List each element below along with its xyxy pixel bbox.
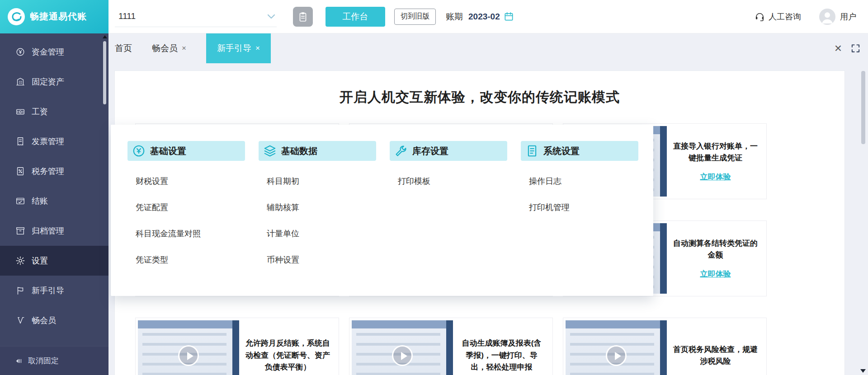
try-now-link[interactable]: 立即体验 <box>700 269 731 279</box>
video-thumbnail[interactable] <box>566 320 667 375</box>
sidebar-item-closing[interactable]: 结账 <box>0 186 108 216</box>
menu-section-header[interactable]: 基础设置 <box>127 141 245 161</box>
thumb-side-strip <box>660 126 667 197</box>
video-card: 首页税务风险检查，规避涉税风险 <box>563 318 767 375</box>
user-menu[interactable]: 用户 <box>819 9 856 25</box>
unpin-label: 取消固定 <box>28 356 59 366</box>
video-thumbnail[interactable] <box>138 320 239 375</box>
tab-bar: 首页畅会员×新手引导× × <box>108 33 868 63</box>
video-card: 自动生成账簿及报表(含季报)，一键打印、导出，轻松处理申报 <box>349 318 553 375</box>
play-button-icon[interactable] <box>392 345 413 366</box>
sidebar-item-label: 归档管理 <box>32 225 64 236</box>
menu-section-system-settings: 系统设置操作日志打印机管理 <box>521 141 638 273</box>
menu-item[interactable]: 辅助核算 <box>267 194 376 220</box>
clipboard-button[interactable] <box>293 7 313 27</box>
sidebar-item-funds[interactable]: 资金管理 <box>0 37 108 67</box>
menu-item-list: 打印模板 <box>390 168 507 194</box>
menu-item[interactable]: 凭证类型 <box>136 247 245 273</box>
company-select[interactable]: 1111 <box>115 6 277 27</box>
sidebar: 资金管理固定资产工资发票管理税务管理结账归档管理设置新手引导畅会员 取消固定 <box>0 33 108 375</box>
brand-name: 畅捷通易代账 <box>30 10 87 23</box>
banknote-icon <box>15 107 25 117</box>
support-link[interactable]: 人工咨询 <box>755 11 801 22</box>
tax-doc-icon <box>15 166 25 176</box>
sidebar-item-fixed-assets[interactable]: 固定资产 <box>0 67 108 97</box>
video-description: 允许跨月反结账，系统自动检查（凭证断号、资产负债表平衡） <box>245 338 330 373</box>
unpin-button[interactable]: 取消固定 <box>0 346 108 375</box>
workbench-button[interactable]: 工作台 <box>326 7 385 27</box>
sidebar-item-label: 发票管理 <box>32 136 64 147</box>
period-date-field[interactable]: 2023-02 <box>468 7 514 27</box>
sidebar-item-member[interactable]: 畅会员 <box>0 305 108 335</box>
support-label: 人工咨询 <box>769 11 801 22</box>
close-tab-icon[interactable]: × <box>182 44 186 53</box>
sidebar-item-label: 结账 <box>32 196 48 206</box>
sidebar-item-label: 资金管理 <box>32 47 64 57</box>
headset-icon <box>755 11 765 22</box>
card-text: 直接导入银行对账单，一键批量生成凭证立即体验 <box>667 126 764 197</box>
main-scrollbar[interactable] <box>861 70 865 375</box>
thumb-side-strip <box>446 320 453 375</box>
menu-item[interactable]: 打印模板 <box>398 168 507 194</box>
video-card: 允许跨月反结账，系统自动检查（凭证断号、资产负债表平衡） <box>135 318 339 375</box>
sidebar-item-archive[interactable]: 归档管理 <box>0 216 108 246</box>
scroll-up-arrow-icon[interactable] <box>103 35 107 38</box>
tab-home[interactable]: 首页 <box>115 33 132 63</box>
sidebar-item-label: 工资 <box>32 106 48 117</box>
header: 畅捷通易代账 1111 工作台 切到旧版 账期 2023-02 <box>0 0 868 33</box>
page-title: 开启人机交互新体验，改变你的传统记账模式 <box>115 71 844 107</box>
menu-item[interactable]: 操作日志 <box>529 168 638 194</box>
close-panel-icon[interactable]: × <box>835 42 842 55</box>
sidebar-item-invoice[interactable]: 发票管理 <box>0 127 108 156</box>
main-scrollbar-thumb[interactable] <box>861 71 865 144</box>
menu-item[interactable]: 科目现金流量对照 <box>136 220 245 247</box>
fullscreen-icon[interactable] <box>850 43 861 54</box>
menu-item[interactable]: 凭证配置 <box>136 194 245 220</box>
sidebar-scrollbar[interactable] <box>103 35 107 104</box>
sidebar-item-tax[interactable]: 税务管理 <box>0 156 108 186</box>
doc-icon <box>525 144 539 158</box>
menu-section-header[interactable]: 系统设置 <box>521 141 638 161</box>
tab-guide[interactable]: 新手引导× <box>206 33 271 63</box>
video-thumbnail[interactable] <box>352 320 453 375</box>
try-now-link[interactable]: 立即体验 <box>700 172 731 182</box>
period-label: 账期 <box>446 11 463 23</box>
menu-item[interactable]: 科目期初 <box>267 168 376 194</box>
switch-old-version-button[interactable]: 切到旧版 <box>394 9 436 25</box>
menu-section-title: 基础数据 <box>281 145 317 157</box>
menu-item-list: 科目期初辅助核算计量单位币种设置 <box>259 168 376 273</box>
v-badge-icon <box>15 315 25 325</box>
menu-section-title: 系统设置 <box>543 145 580 157</box>
play-button-icon[interactable] <box>606 345 627 366</box>
card-text: 自动测算各结转类凭证的金额立即体验 <box>667 223 764 294</box>
wrench-icon <box>394 144 408 158</box>
settings-menu-columns: 基础设置财税设置凭证配置科目现金流量对照凭证类型基础数据科目期初辅助核算计量单位… <box>127 141 653 273</box>
menu-item[interactable]: 币种设置 <box>267 247 376 273</box>
sidebar-item-label: 固定资产 <box>32 76 64 87</box>
play-button-icon[interactable] <box>178 345 199 366</box>
check-card-icon <box>15 196 25 206</box>
card-text: 自动生成账簿及报表(含季报)，一键打印、导出，轻松处理申报 <box>453 320 550 375</box>
period-date-value: 2023-02 <box>468 12 500 22</box>
menu-item[interactable]: 计量单位 <box>267 220 376 247</box>
sidebar-item-label: 新手引导 <box>32 285 64 296</box>
sidebar-item-settings[interactable]: 设置 <box>0 246 108 276</box>
flag-icon <box>15 286 25 295</box>
close-tab-icon[interactable]: × <box>255 44 260 53</box>
sidebar-item-salary[interactable]: 工资 <box>0 97 108 127</box>
menu-section-basic-data: 基础数据科目期初辅助核算计量单位币种设置 <box>259 141 376 273</box>
menu-section-header[interactable]: 库存设置 <box>390 141 507 161</box>
menu-item[interactable]: 打印机管理 <box>529 194 638 220</box>
tab-list: 首页畅会员×新手引导× <box>108 33 291 63</box>
chevron-down-icon <box>266 11 277 22</box>
card-text: 允许跨月反结账，系统自动检查（凭证断号、资产负债表平衡） <box>239 320 336 375</box>
sidebar-item-guide[interactable]: 新手引导 <box>0 276 108 305</box>
menu-item[interactable]: 财税设置 <box>136 168 245 194</box>
tab-label: 首页 <box>115 42 132 54</box>
scroll-down-arrow-icon[interactable] <box>860 369 866 373</box>
menu-section-header[interactable]: 基础数据 <box>259 141 376 161</box>
thumb-side-strip <box>660 223 667 294</box>
sidebar-scrollbar-thumb[interactable] <box>103 41 106 104</box>
receipt-icon <box>15 136 25 146</box>
tab-member[interactable]: 畅会员× <box>152 33 186 63</box>
